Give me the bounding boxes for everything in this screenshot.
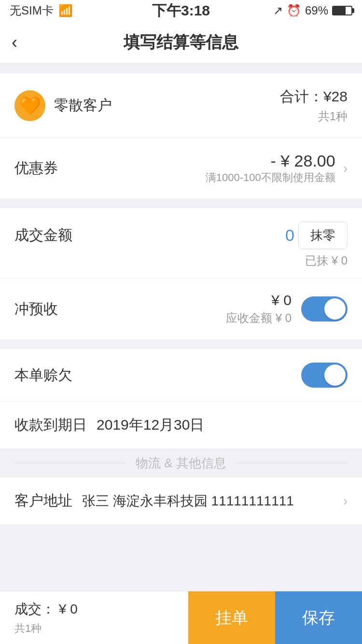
round-off-button[interactable]: 抹零: [298, 222, 348, 249]
prepayment-right: ¥ 0 应收金额 ¥ 0: [226, 292, 348, 326]
coupon-chevron-icon: ›: [343, 161, 348, 176]
bottom-deal: 成交： ¥ 0: [14, 600, 174, 618]
debt-toggle[interactable]: [301, 363, 348, 388]
prepayment-toggle[interactable]: [301, 296, 348, 322]
alarm-icon: ⏰: [287, 4, 301, 17]
transaction-section: 成交金额 0 抹零 已抹 ¥ 0: [0, 208, 362, 278]
prepayment-amount: ¥ 0: [226, 292, 292, 308]
section-gap-1: [0, 64, 362, 73]
customer-right: 合计：¥28 共1种: [280, 87, 348, 124]
prepayment-label: 冲预收: [14, 299, 58, 319]
total-amount: 合计：¥28: [280, 87, 348, 107]
toggle-knob: [324, 298, 346, 320]
battery-percent: 69%: [305, 4, 328, 17]
address-row[interactable]: 客户地址 张三 海淀永丰科技园 11111111111 ›: [0, 477, 362, 524]
transaction-card: 成交金额 0 抹零 已抹 ¥ 0 冲预收 ¥ 0 应收金额 ¥ 0: [0, 208, 362, 339]
transaction-label: 成交金额: [14, 225, 72, 245]
wifi-icon: 📶: [58, 4, 73, 17]
customer-card: 🧡 零散客户 合计：¥28 共1种 优惠券 - ¥ 28.00 满1000-10…: [0, 73, 362, 198]
section-gap-3: [0, 339, 362, 349]
coupon-desc: 满1000-100不限制使用金额: [206, 170, 335, 185]
debt-card: 本单赊欠 收款到期日 2019年12月30日: [0, 349, 362, 448]
duedate-row: 收款到期日 2019年12月30日: [0, 401, 362, 448]
coupon-right: - ¥ 28.00 满1000-100不限制使用金额 ›: [206, 152, 348, 185]
duedate-value: 2019年12月30日: [97, 415, 204, 435]
status-left: 无SIM卡 📶: [10, 3, 73, 18]
address-card: 客户地址 张三 海淀永丰科技园 11111111111 ›: [0, 477, 362, 524]
transaction-right: 0 抹零: [285, 222, 348, 249]
debt-label: 本单赊欠: [14, 365, 72, 385]
hold-button[interactable]: 挂单: [188, 591, 275, 644]
prepayment-values: ¥ 0 应收金额 ¥ 0: [226, 292, 292, 326]
address-value: 张三 海淀永丰科技园 11111111111: [82, 492, 339, 510]
back-button[interactable]: ‹: [12, 32, 17, 53]
save-button[interactable]: 保存: [275, 591, 362, 644]
bottom-deal-amount: ¥ 0: [59, 602, 78, 616]
coupon-row[interactable]: 优惠券 - ¥ 28.00 满1000-100不限制使用金额 ›: [0, 138, 362, 198]
customer-left: 🧡 零散客户: [14, 90, 112, 121]
prepayment-receivable: 应收金额 ¥ 0: [226, 310, 292, 326]
page-title: 填写结算等信息: [124, 31, 238, 54]
coupon-value: - ¥ 28.00: [206, 152, 335, 170]
bottom-info: 成交： ¥ 0 共1种: [0, 591, 188, 644]
already-rounded: 已抹 ¥ 0: [14, 253, 348, 268]
status-bar: 无SIM卡 📶 下午3:18 ↗ ⏰ 69%: [0, 0, 362, 21]
address-chevron-icon: ›: [343, 493, 348, 509]
bottom-bar: 成交： ¥ 0 共1种 挂单 保存: [0, 591, 362, 644]
battery-bar: [332, 6, 352, 15]
avatar-icon: 🧡: [19, 96, 41, 116]
customer-row: 🧡 零散客户 合计：¥28 共1种: [0, 73, 362, 138]
debt-toggle-knob: [324, 364, 346, 386]
avatar: 🧡: [14, 90, 45, 121]
signal-text: 无SIM卡: [10, 3, 54, 18]
status-time: 下午3:18: [152, 1, 210, 21]
debt-row: 本单赊欠: [0, 349, 362, 401]
transaction-top: 成交金额 0 抹零: [14, 222, 348, 249]
nav-bar: ‹ 填写结算等信息: [0, 21, 362, 64]
logistics-label: 物流 & 其他信息: [126, 455, 236, 472]
duedate-label: 收款到期日: [14, 415, 87, 435]
location-icon: ↗: [273, 4, 283, 17]
customer-name: 零散客户: [54, 96, 112, 115]
bottom-deal-label: 成交：: [14, 602, 55, 616]
bottom-count: 共1种: [14, 621, 174, 636]
total-count: 共1种: [280, 109, 348, 124]
section-gap-2: [0, 198, 362, 208]
transaction-value: 0: [285, 226, 294, 245]
status-right: ↗ ⏰ 69%: [273, 4, 352, 17]
prepayment-row: 冲预收 ¥ 0 应收金额 ¥ 0: [0, 278, 362, 339]
logistics-divider: 物流 & 其他信息: [0, 448, 362, 477]
coupon-label: 优惠券: [14, 158, 58, 178]
battery-fill: [333, 7, 346, 14]
address-label: 客户地址: [14, 491, 72, 511]
